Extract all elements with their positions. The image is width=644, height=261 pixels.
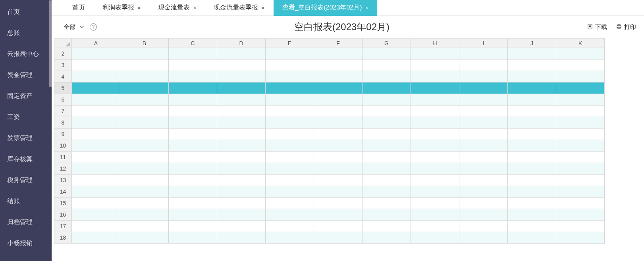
tab-0[interactable]: 首页 bbox=[64, 0, 94, 16]
select-all-corner[interactable] bbox=[54, 38, 72, 48]
cell-I9[interactable] bbox=[459, 129, 508, 140]
cell-B13[interactable] bbox=[120, 175, 169, 186]
cell-E4[interactable] bbox=[266, 71, 314, 83]
cell-J15[interactable] bbox=[508, 198, 556, 209]
row-header-16[interactable]: 16 bbox=[54, 209, 72, 221]
cell-H9[interactable] bbox=[411, 129, 459, 140]
cell-I7[interactable] bbox=[459, 106, 508, 117]
cell-J5[interactable] bbox=[508, 83, 556, 94]
cell-C17[interactable] bbox=[169, 221, 217, 232]
cell-H10[interactable] bbox=[411, 140, 459, 152]
cell-F12[interactable] bbox=[314, 163, 362, 175]
cell-E10[interactable] bbox=[266, 140, 314, 152]
row-header-18[interactable]: 18 bbox=[54, 232, 72, 244]
sidebar-item-1[interactable]: 总账 bbox=[0, 23, 52, 44]
cell-F6[interactable] bbox=[314, 94, 362, 106]
cell-A9[interactable] bbox=[72, 129, 120, 140]
row-header-10[interactable]: 10 bbox=[54, 140, 72, 152]
cell-D5[interactable] bbox=[217, 83, 266, 94]
download-button[interactable]: 下载 bbox=[587, 23, 607, 31]
cell-K9[interactable] bbox=[556, 129, 605, 140]
cell-I14[interactable] bbox=[459, 186, 508, 198]
cell-G9[interactable] bbox=[362, 129, 411, 140]
cell-I8[interactable] bbox=[459, 117, 508, 129]
cell-D16[interactable] bbox=[217, 209, 266, 221]
cell-B18[interactable] bbox=[120, 232, 169, 244]
cell-D12[interactable] bbox=[217, 163, 266, 175]
cell-C8[interactable] bbox=[169, 117, 217, 129]
row-header-7[interactable]: 7 bbox=[54, 106, 72, 117]
print-button[interactable]: 打印 bbox=[616, 23, 636, 31]
cell-E11[interactable] bbox=[266, 152, 314, 163]
cell-G15[interactable] bbox=[362, 198, 411, 209]
row-header-5[interactable]: 5 bbox=[54, 83, 72, 94]
cell-C10[interactable] bbox=[169, 140, 217, 152]
cell-A8[interactable] bbox=[72, 117, 120, 129]
cell-H3[interactable] bbox=[411, 59, 459, 71]
cell-D14[interactable] bbox=[217, 186, 266, 198]
cell-A13[interactable] bbox=[72, 175, 120, 186]
cell-C14[interactable] bbox=[169, 186, 217, 198]
cell-K10[interactable] bbox=[556, 140, 605, 152]
cell-D10[interactable] bbox=[217, 140, 266, 152]
cell-G11[interactable] bbox=[362, 152, 411, 163]
cell-I4[interactable] bbox=[459, 71, 508, 83]
cell-B7[interactable] bbox=[120, 106, 169, 117]
cell-K14[interactable] bbox=[556, 186, 605, 198]
cell-E2[interactable] bbox=[266, 48, 314, 59]
cell-J14[interactable] bbox=[508, 186, 556, 198]
sidebar-scrollbar[interactable] bbox=[49, 0, 52, 87]
sidebar-item-10[interactable]: 归档管理 bbox=[0, 212, 52, 233]
column-header-G[interactable]: G bbox=[362, 38, 411, 48]
tab-3[interactable]: 现金流量表季报× bbox=[205, 0, 273, 16]
cell-K7[interactable] bbox=[556, 106, 605, 117]
cell-H8[interactable] bbox=[411, 117, 459, 129]
cell-H7[interactable] bbox=[411, 106, 459, 117]
cell-F17[interactable] bbox=[314, 221, 362, 232]
cell-G12[interactable] bbox=[362, 163, 411, 175]
cell-F16[interactable] bbox=[314, 209, 362, 221]
cell-C4[interactable] bbox=[169, 71, 217, 83]
sidebar-item-11[interactable]: 小畅报销 bbox=[0, 233, 52, 254]
cell-D2[interactable] bbox=[217, 48, 266, 59]
cell-I12[interactable] bbox=[459, 163, 508, 175]
tab-2[interactable]: 现金流量表× bbox=[149, 0, 205, 16]
cell-I3[interactable] bbox=[459, 59, 508, 71]
cell-G18[interactable] bbox=[362, 232, 411, 244]
cell-I18[interactable] bbox=[459, 232, 508, 244]
cell-J10[interactable] bbox=[508, 140, 556, 152]
sidebar-item-0[interactable]: 首页 bbox=[0, 2, 52, 23]
cell-C18[interactable] bbox=[169, 232, 217, 244]
cell-E6[interactable] bbox=[266, 94, 314, 106]
cell-G16[interactable] bbox=[362, 209, 411, 221]
column-header-J[interactable]: J bbox=[508, 38, 556, 48]
cell-D7[interactable] bbox=[217, 106, 266, 117]
cell-F9[interactable] bbox=[314, 129, 362, 140]
cell-F7[interactable] bbox=[314, 106, 362, 117]
cell-C16[interactable] bbox=[169, 209, 217, 221]
cell-D18[interactable] bbox=[217, 232, 266, 244]
cell-B10[interactable] bbox=[120, 140, 169, 152]
cell-F18[interactable] bbox=[314, 232, 362, 244]
cell-F10[interactable] bbox=[314, 140, 362, 152]
cell-J3[interactable] bbox=[508, 59, 556, 71]
cell-K16[interactable] bbox=[556, 209, 605, 221]
sidebar-item-6[interactable]: 发票管理 bbox=[0, 128, 52, 149]
cell-C15[interactable] bbox=[169, 198, 217, 209]
cell-E17[interactable] bbox=[266, 221, 314, 232]
row-header-11[interactable]: 11 bbox=[54, 152, 72, 163]
cell-F5[interactable] bbox=[314, 83, 362, 94]
cell-J17[interactable] bbox=[508, 221, 556, 232]
cell-J16[interactable] bbox=[508, 209, 556, 221]
cell-I10[interactable] bbox=[459, 140, 508, 152]
cell-B3[interactable] bbox=[120, 59, 169, 71]
cell-J8[interactable] bbox=[508, 117, 556, 129]
cell-D6[interactable] bbox=[217, 94, 266, 106]
cell-A11[interactable] bbox=[72, 152, 120, 163]
cell-A2[interactable] bbox=[72, 48, 120, 59]
cell-C3[interactable] bbox=[169, 59, 217, 71]
cell-K2[interactable] bbox=[556, 48, 605, 59]
cell-D13[interactable] bbox=[217, 175, 266, 186]
tab-1[interactable]: 利润表季报× bbox=[94, 0, 149, 16]
cell-D15[interactable] bbox=[217, 198, 266, 209]
